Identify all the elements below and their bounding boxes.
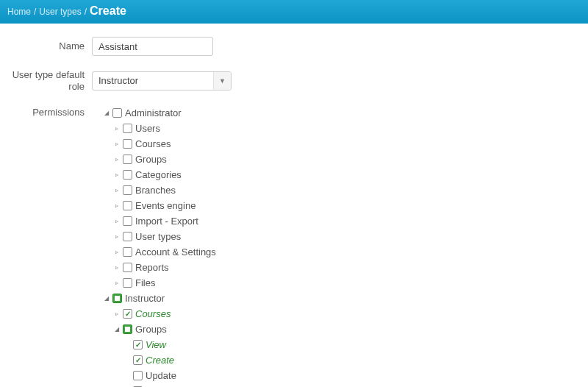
name-input[interactable]: [92, 37, 213, 56]
breadcrumb-usertypes[interactable]: User types: [39, 7, 81, 17]
tree-toggle[interactable]: ▹: [113, 218, 120, 224]
tree-toggle[interactable]: ▹: [113, 156, 120, 163]
tree-toggle[interactable]: ▹: [113, 264, 120, 271]
node-admin-groups[interactable]: Groups: [135, 152, 167, 167]
tree-toggle[interactable]: ▹: [113, 310, 120, 317]
permission-checkbox[interactable]: [123, 185, 132, 195]
node-instructor[interactable]: Instructor: [125, 291, 165, 306]
tree-toggle: •: [123, 372, 130, 379]
tree-toggle[interactable]: ▹: [113, 125, 120, 132]
permission-checkbox[interactable]: [123, 216, 132, 226]
node-instr-groups[interactable]: Groups: [135, 322, 167, 337]
permission-checkbox[interactable]: [123, 263, 132, 272]
node-admin-account[interactable]: Account & Settings: [135, 244, 216, 260]
node-admin-courses[interactable]: Courses: [135, 136, 171, 152]
name-label: Name: [7, 40, 92, 52]
tree-toggle[interactable]: ◢: [103, 295, 110, 302]
node-groups-view[interactable]: View: [146, 337, 166, 352]
permission-checkbox[interactable]: [133, 355, 143, 365]
tree-toggle[interactable]: ▹: [113, 233, 120, 240]
node-groups-delete[interactable]: Delete: [146, 383, 173, 387]
node-instr-courses[interactable]: Courses: [135, 306, 171, 322]
permissions-tree: ◢ Administrator ▹Users ▹Courses ▹Groups …: [92, 105, 216, 387]
permissions-label: Permissions: [7, 105, 92, 387]
tree-toggle: •: [123, 341, 130, 348]
tree-toggle[interactable]: ▹: [113, 171, 120, 178]
node-groups-create[interactable]: Create: [146, 352, 174, 368]
tree-toggle[interactable]: ▹: [113, 202, 120, 209]
permission-checkbox[interactable]: [123, 278, 132, 288]
tree-toggle[interactable]: ▹: [113, 187, 120, 194]
role-label: User type default role: [7, 69, 92, 92]
tree-toggle[interactable]: ◢: [113, 326, 120, 333]
node-admin-events[interactable]: Events engine: [135, 198, 196, 213]
node-admin-reports[interactable]: Reports: [135, 260, 169, 275]
node-admin-categories[interactable]: Categories: [135, 167, 182, 182]
permission-checkbox[interactable]: [123, 201, 132, 210]
permission-checkbox-partial[interactable]: [112, 294, 122, 303]
breadcrumb-sep: /: [34, 7, 36, 17]
breadcrumb-sep: /: [85, 7, 87, 17]
tree-toggle[interactable]: ▹: [113, 280, 120, 286]
node-admin-usertypes[interactable]: User types: [135, 229, 181, 244]
tree-toggle[interactable]: ▹: [113, 141, 120, 147]
tree-toggle: •: [123, 357, 130, 363]
permission-checkbox-partial[interactable]: [123, 324, 132, 334]
node-admin-branches[interactable]: Branches: [135, 182, 176, 198]
node-groups-update[interactable]: Update: [146, 368, 176, 383]
breadcrumb-home[interactable]: Home: [7, 7, 31, 17]
breadcrumb-bar: Home / User types / Create: [0, 0, 588, 24]
node-admin-files[interactable]: Files: [135, 275, 155, 291]
permission-checkbox[interactable]: [123, 139, 132, 149]
node-admin-users[interactable]: Users: [135, 121, 160, 136]
chevron-down-icon[interactable]: ▼: [213, 72, 231, 90]
breadcrumb-current: Create: [90, 4, 126, 18]
permission-checkbox[interactable]: [123, 309, 132, 319]
permission-checkbox[interactable]: [123, 232, 132, 241]
node-administrator[interactable]: Administrator: [125, 105, 182, 121]
permission-checkbox[interactable]: [112, 108, 122, 118]
tree-toggle[interactable]: ▹: [113, 249, 120, 255]
tree-toggle[interactable]: ◢: [103, 110, 110, 116]
permission-checkbox[interactable]: [133, 371, 143, 380]
node-admin-import[interactable]: Import - Export: [135, 213, 198, 229]
permission-checkbox[interactable]: [133, 340, 143, 349]
permission-checkbox[interactable]: [123, 124, 132, 133]
permission-checkbox[interactable]: [123, 170, 132, 180]
permission-checkbox[interactable]: [123, 155, 132, 164]
permission-checkbox[interactable]: [123, 247, 132, 257]
role-select[interactable]: Instructor: [92, 71, 232, 90]
